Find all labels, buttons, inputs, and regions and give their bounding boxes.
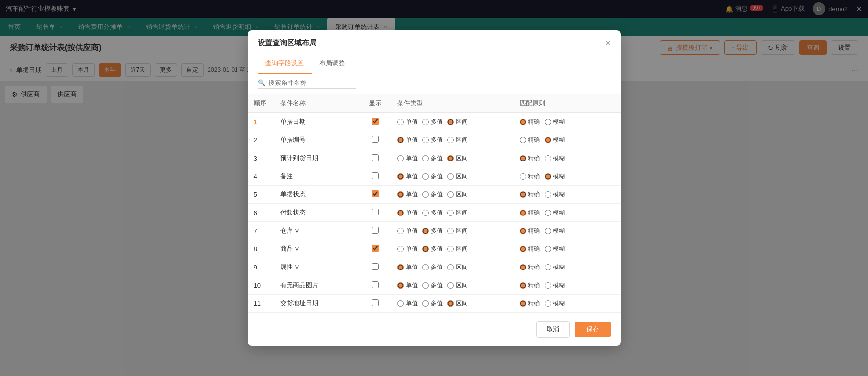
- type-radio-多值-3[interactable]: [422, 173, 429, 180]
- row-display-0[interactable]: [359, 113, 391, 131]
- type-radio-多值-7[interactable]: [422, 246, 429, 252]
- type-radio-单值-0[interactable]: [397, 119, 404, 125]
- type-radio-单值-7[interactable]: [397, 246, 404, 252]
- type-radio-多值-5[interactable]: [422, 210, 429, 216]
- row-type-3: 单值多值区间: [392, 167, 514, 186]
- display-checkbox-7[interactable]: [372, 245, 379, 252]
- row-name-10: 交货地址日期: [274, 295, 360, 313]
- type-radio-区间-7[interactable]: [447, 246, 454, 252]
- search-input[interactable]: [268, 79, 347, 86]
- row-display-2[interactable]: [359, 149, 391, 167]
- type-radio-单值-2[interactable]: [397, 155, 404, 161]
- row-name-2: 预计到货日期: [274, 149, 360, 167]
- match-radio-模糊-9[interactable]: [545, 282, 551, 289]
- type-radio-区间-5[interactable]: [447, 210, 454, 216]
- match-radio-模糊-5[interactable]: [545, 210, 551, 216]
- type-radio-单值-9[interactable]: [397, 282, 404, 289]
- display-checkbox-4[interactable]: [372, 190, 379, 197]
- row-display-6[interactable]: [359, 222, 391, 240]
- row-display-1[interactable]: [359, 131, 391, 149]
- match-radio-精确-5[interactable]: [520, 210, 526, 216]
- row-type-5: 单值多值区间: [392, 204, 514, 222]
- display-checkbox-2[interactable]: [372, 154, 379, 161]
- type-radio-单值-6[interactable]: [397, 228, 404, 234]
- cancel-button[interactable]: 取消: [536, 321, 570, 338]
- dialog-close-button[interactable]: ×: [605, 39, 611, 48]
- display-checkbox-6[interactable]: [372, 227, 379, 234]
- match-radio-模糊-2[interactable]: [545, 155, 551, 161]
- match-radio-精确-3[interactable]: [520, 173, 526, 180]
- row-type-6: 单值多值区间: [392, 222, 514, 240]
- save-button[interactable]: 保存: [575, 322, 611, 337]
- dialog-title: 设置查询区域布局: [258, 38, 316, 48]
- type-radio-区间-6[interactable]: [447, 228, 454, 234]
- display-checkbox-10[interactable]: [372, 299, 379, 306]
- type-radio-多值-2[interactable]: [422, 155, 429, 161]
- match-radio-模糊-8[interactable]: [545, 264, 551, 270]
- match-radio-精确-6[interactable]: [520, 228, 526, 234]
- match-radio-精确-9[interactable]: [520, 282, 526, 289]
- type-radio-多值-8[interactable]: [422, 264, 429, 270]
- row-order-2: 3: [248, 149, 274, 167]
- type-radio-单值-8[interactable]: [397, 264, 404, 270]
- header-order: 顺序: [248, 94, 274, 113]
- type-radio-多值-1[interactable]: [422, 137, 429, 143]
- row-display-10[interactable]: [359, 295, 391, 313]
- type-radio-多值-0[interactable]: [422, 119, 429, 125]
- row-display-4[interactable]: [359, 186, 391, 204]
- row-display-9[interactable]: [359, 276, 391, 295]
- row-name-0: 单据日期: [274, 113, 360, 131]
- display-checkbox-9[interactable]: [372, 281, 379, 288]
- table-row: 4备注单值多值区间精确模糊: [248, 167, 621, 186]
- type-radio-单值-3[interactable]: [397, 173, 404, 180]
- type-radio-区间-10[interactable]: [447, 300, 454, 307]
- row-display-8[interactable]: [359, 258, 391, 276]
- match-radio-模糊-7[interactable]: [545, 246, 551, 252]
- type-radio-单值-1[interactable]: [397, 137, 404, 143]
- match-radio-精确-1[interactable]: [520, 137, 526, 143]
- type-radio-多值-10[interactable]: [422, 300, 429, 307]
- table-row: 6付款状态单值多值区间精确模糊: [248, 204, 621, 222]
- match-radio-精确-8[interactable]: [520, 264, 526, 270]
- match-radio-模糊-1[interactable]: [545, 137, 551, 143]
- type-radio-区间-2[interactable]: [447, 155, 454, 161]
- match-radio-精确-7[interactable]: [520, 246, 526, 252]
- type-radio-区间-4[interactable]: [447, 191, 454, 198]
- row-order-8: 9: [248, 258, 274, 276]
- row-display-5[interactable]: [359, 204, 391, 222]
- row-display-7[interactable]: [359, 240, 391, 258]
- type-radio-区间-1[interactable]: [447, 137, 454, 143]
- type-radio-单值-5[interactable]: [397, 210, 404, 216]
- type-radio-单值-4[interactable]: [397, 191, 404, 198]
- type-radio-区间-8[interactable]: [447, 264, 454, 270]
- type-radio-单值-10[interactable]: [397, 300, 404, 307]
- display-checkbox-8[interactable]: [372, 263, 379, 270]
- type-radio-多值-4[interactable]: [422, 191, 429, 198]
- type-radio-区间-0[interactable]: [447, 119, 454, 125]
- match-radio-精确-4[interactable]: [520, 191, 526, 198]
- row-type-7: 单值多值区间: [392, 240, 514, 258]
- match-radio-模糊-3[interactable]: [545, 173, 551, 180]
- table-row: 1单据日期单值多值区间精确模糊: [248, 113, 621, 131]
- match-radio-精确-0[interactable]: [520, 119, 526, 125]
- match-radio-模糊-6[interactable]: [545, 228, 551, 234]
- match-radio-模糊-0[interactable]: [545, 119, 551, 125]
- dialog-tab-fields[interactable]: 查询字段设置: [258, 54, 312, 74]
- display-checkbox-5[interactable]: [372, 209, 379, 215]
- match-radio-精确-10[interactable]: [520, 300, 526, 307]
- type-radio-多值-9[interactable]: [422, 282, 429, 289]
- row-match-3: 精确模糊: [514, 167, 620, 186]
- type-radio-多值-6[interactable]: [422, 228, 429, 234]
- match-radio-模糊-4[interactable]: [545, 191, 551, 198]
- display-checkbox-0[interactable]: [372, 118, 379, 125]
- type-radio-区间-3[interactable]: [447, 173, 454, 180]
- display-checkbox-1[interactable]: [372, 136, 379, 143]
- type-radio-区间-9[interactable]: [447, 282, 454, 289]
- display-checkbox-3[interactable]: [372, 172, 379, 179]
- match-radio-精确-2[interactable]: [520, 155, 526, 161]
- modal-overlay: 设置查询区域布局 × 查询字段设置 布局调整 🔍 顺序: [0, 0, 868, 376]
- dialog-tab-layout[interactable]: 布局调整: [312, 54, 353, 74]
- row-name-1: 单据编号: [274, 131, 360, 149]
- match-radio-模糊-10[interactable]: [545, 300, 551, 307]
- row-display-3[interactable]: [359, 167, 391, 186]
